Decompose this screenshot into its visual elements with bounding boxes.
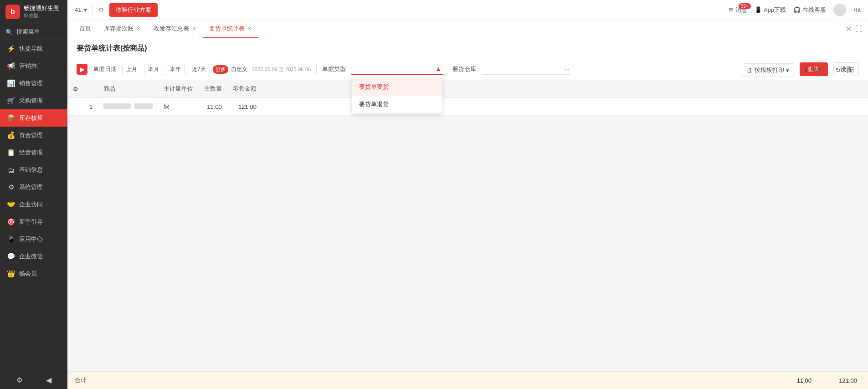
tabs-bar: 首页 库存批次账 ✕ 收发存汇总表 ✕ 要货单统计表 ✕ ✕ ⛶ xyxy=(67,20,868,38)
sidebar-item-label: 采购管理 xyxy=(19,97,43,105)
online-service-btn[interactable]: 🎧 在线客服 xyxy=(793,6,826,14)
store-selector[interactable]: 41 ▾ xyxy=(75,6,87,13)
sidebar-item-enterprise[interactable]: 🤝 企业协同 xyxy=(0,196,67,213)
sidebar-item-wechat[interactable]: 💬 企业微信 xyxy=(0,248,67,265)
tab-inventory-batch[interactable]: 库存批次账 ✕ xyxy=(98,20,147,38)
tab-home[interactable]: 首页 xyxy=(73,20,98,38)
sidebar-item-label: 销售管理 xyxy=(19,79,43,87)
sidebar-item-label: 库存核算 xyxy=(19,114,43,122)
topbar-divider xyxy=(92,5,93,15)
sidebar-item-label: 企业微信 xyxy=(19,252,43,261)
enterprise-icon: 🤝 xyxy=(6,200,15,209)
sidebar-item-apps[interactable]: 📱 应用中心 xyxy=(0,230,67,248)
date-btn-current-month[interactable]: 本月 xyxy=(144,64,163,75)
sidebar-item-sales[interactable]: 📊 销售管理 xyxy=(0,75,67,92)
sidebar-collapse-btn[interactable]: ◀‍ xyxy=(46,376,51,384)
refresh-button[interactable]: ↻ 刷新 xyxy=(831,64,859,77)
store-dropdown-icon: ▾ xyxy=(84,6,87,13)
message-btn[interactable]: ✉ 消息 99+ xyxy=(729,6,747,14)
user-avatar[interactable] xyxy=(833,4,846,16)
date-btn-recent7[interactable]: 近7天 xyxy=(188,64,210,75)
cell-unit: 块 xyxy=(158,98,199,116)
sidebar-item-label: 畅会员 xyxy=(19,270,37,278)
sidebar-item-finance[interactable]: 💰 资金管理 xyxy=(0,127,67,144)
cell-amount: 121.00 xyxy=(227,98,262,116)
sidebar-search[interactable]: 🔍 搜索菜单 xyxy=(0,24,67,40)
tab-expand-btn[interactable]: ⛶ xyxy=(855,25,863,33)
table-wrap: ⚙ 商品 主计量单位 主数量 零售金额 1 xyxy=(67,80,868,371)
sidebar: b 畅捷通好生意 标准版 🔍 搜索菜单 ⚡ 快捷导航 📢 营销推广 📊 销售管理… xyxy=(0,0,67,389)
sidebar-settings-btn[interactable]: ⚙ xyxy=(16,376,23,384)
doc-type-dropdown-icon[interactable]: ▲ xyxy=(433,63,443,74)
warehouse-input[interactable] xyxy=(482,64,564,74)
guide-icon: 🎯 xyxy=(6,218,15,226)
print-button[interactable]: 🖨 按模板打印 ▾ xyxy=(742,63,794,77)
table-body: 1 块 11.00 121.00 xyxy=(67,98,868,116)
doc-type-input[interactable] xyxy=(351,64,433,74)
message-badge: 99+ xyxy=(739,3,751,9)
tab-close-all-btn[interactable]: ✕ xyxy=(846,25,852,33)
content-area: 要货单统计表(按商品) 🖨 按模板打印 ▾ ⬇ 导出 ↻ 刷新 xyxy=(67,38,868,389)
sidebar-item-marketing[interactable]: 📢 营销推广 xyxy=(0,57,67,75)
col-gear[interactable]: ⚙ xyxy=(67,80,84,98)
tab-collection-summary-close[interactable]: ✕ xyxy=(192,26,196,32)
dropdown-item-order-purchase[interactable]: 要货单要货 xyxy=(352,78,442,96)
date-btn-current-year[interactable]: 本年 xyxy=(166,64,185,75)
toolbar-top-right: 🖨 按模板打印 ▾ ⬇ 导出 ↻ 刷新 xyxy=(742,63,859,77)
sidebar-item-label: 快捷导航 xyxy=(19,45,43,53)
tab-order-summary[interactable]: 要货单统计表 ✕ xyxy=(203,20,258,38)
date-filter-label: 单据日期 xyxy=(93,65,117,73)
sales-icon: 📊 xyxy=(6,79,15,87)
footer-amount: 121.00 xyxy=(817,377,863,384)
logo-app-name: 畅捷通好生意 xyxy=(24,5,59,12)
date-btn-last-month[interactable]: 上月 xyxy=(122,64,141,75)
search-icon: 🔍 xyxy=(5,29,13,36)
sidebar-item-purchase[interactable]: 🛒 采购管理 xyxy=(0,92,67,109)
sidebar-item-operations[interactable]: 📋 经营管理 xyxy=(0,144,67,161)
date-more-badge[interactable]: 更多 xyxy=(213,65,228,74)
sidebar-item-system[interactable]: ⚙ 系统管理 xyxy=(0,179,67,196)
doc-type-label: 单据类型 xyxy=(322,65,346,73)
wechat-icon: 💬 xyxy=(6,252,15,261)
app-download-btn[interactable]: 📱 App下载 xyxy=(755,6,786,14)
marketing-icon: 📢 xyxy=(6,62,15,70)
tab-order-summary-close[interactable]: ✕ xyxy=(247,26,252,32)
logo-text-block: 畅捷通好生意 标准版 xyxy=(24,5,59,19)
sidebar-item-label: 企业协同 xyxy=(19,200,43,209)
settings-gear-icon[interactable]: ⚙ xyxy=(98,6,104,13)
col-product: 商品 xyxy=(98,80,158,98)
warehouse-more-icon[interactable]: ··· xyxy=(564,65,570,73)
col-unit: 主计量单位 xyxy=(158,80,199,98)
col-seq xyxy=(84,80,98,98)
doc-type-input-wrap: ▲ 要货单要货 要货单退货 xyxy=(351,63,443,75)
service-label: 在线客服 xyxy=(802,6,826,14)
main-area: 41 ▾ ⚙ 体验行业方案 ✉ 消息 99+ 📱 App下载 🎧 在线客服 Ri… xyxy=(67,0,868,389)
tab-inventory-batch-close[interactable]: ✕ xyxy=(136,26,141,32)
print-icon: 🖨 xyxy=(747,67,753,74)
sidebar-item-vip[interactable]: 👑 畅会员 xyxy=(0,265,67,282)
logo-version: 标准版 xyxy=(24,12,59,19)
download-icon: 📱 xyxy=(755,6,762,13)
sidebar-item-guide[interactable]: 🎯 新手引导 xyxy=(0,213,67,230)
footer-quantity: 11.00 xyxy=(762,377,817,384)
sidebar-item-shortcut[interactable]: ⚡ 快捷导航 xyxy=(0,40,67,57)
date-custom-btn[interactable]: 自定义 xyxy=(231,66,247,73)
sidebar-logo: b 畅捷通好生意 标准版 xyxy=(0,0,67,24)
tab-collection-summary-label: 收发存汇总表 xyxy=(154,25,189,33)
sidebar-item-basic[interactable]: 🗂 基础信息 xyxy=(0,161,67,179)
sidebar-item-inventory[interactable]: 📦 库存核算 xyxy=(0,109,67,127)
trial-button[interactable]: 体验行业方案 xyxy=(109,3,158,17)
dropdown-item-order-return[interactable]: 要货单退货 xyxy=(352,96,442,113)
cell-seq: 1 xyxy=(84,98,98,116)
refresh-label: 刷新 xyxy=(842,66,854,74)
filter-separator xyxy=(316,65,317,74)
sidebar-search-label: 搜索菜单 xyxy=(16,28,40,36)
system-icon: ⚙ xyxy=(6,183,15,191)
basic-icon: 🗂 xyxy=(6,166,15,174)
cell-product xyxy=(98,98,158,116)
table-row: 1 块 11.00 121.00 xyxy=(67,98,868,116)
toolbar-expand-button[interactable]: ▶ xyxy=(77,64,87,75)
tab-collection-summary[interactable]: 收发存汇总表 ✕ xyxy=(147,20,203,38)
export-button[interactable]: ⬇ 导出 xyxy=(799,64,827,77)
warehouse-input-wrap: ··· xyxy=(482,64,570,75)
